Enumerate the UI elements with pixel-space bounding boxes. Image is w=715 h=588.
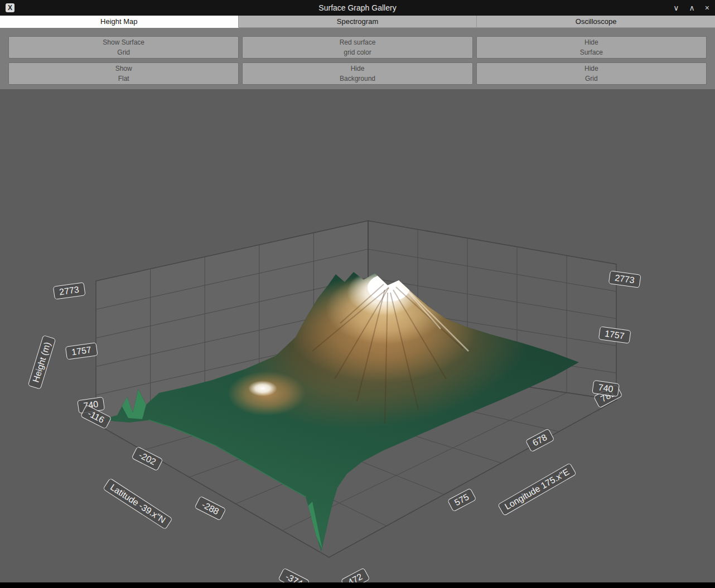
button-label: Hide [477, 64, 706, 74]
minimize-button[interactable]: ∨ [673, 0, 679, 16]
tab-height-map[interactable]: Height Map [0, 16, 239, 28]
tab-spectrogram[interactable]: Spectrogram [239, 16, 477, 28]
button-label: Grid [477, 74, 706, 84]
hide-background-button[interactable]: Hide Background [242, 62, 472, 85]
button-label: Flat [9, 74, 238, 84]
button-label: Show [9, 64, 238, 74]
window-bottom-edge [0, 582, 715, 588]
toolbar: Show Surface Grid Red surface grid color… [0, 28, 715, 89]
button-label: Show Surface [9, 37, 238, 47]
button-label: grid color [243, 47, 472, 57]
button-label: Red surface [243, 37, 472, 47]
secondary-peak-snow [248, 381, 277, 396]
toolbar-row-1: Show Surface Grid Red surface grid color… [8, 36, 707, 59]
button-label: Hide [477, 37, 706, 47]
window-title: Surface Graph Gallery [0, 3, 715, 12]
show-surface-grid-button[interactable]: Show Surface Grid [8, 36, 239, 59]
button-label: Grid [9, 47, 238, 57]
close-button[interactable]: × [705, 0, 709, 16]
button-label: Hide [243, 64, 472, 74]
maximize-button[interactable]: ∧ [689, 0, 695, 16]
surface-grid-color-button[interactable]: Red surface grid color [242, 36, 472, 59]
app-icon: X [6, 3, 15, 12]
surface-3d-view[interactable]: 781 740 1757 2773 740 1757 2773 Height (… [0, 89, 715, 582]
toolbar-row-2: Show Flat Hide Background Hide Grid [8, 62, 707, 85]
hide-grid-button[interactable]: Hide Grid [476, 62, 707, 85]
app-icon-glyph: X [8, 4, 12, 12]
tab-oscilloscope[interactable]: Oscilloscope [477, 16, 715, 28]
title-bar: X Surface Graph Gallery ∨ ∧ × [0, 0, 715, 16]
button-label: Surface [477, 47, 706, 57]
window-controls: ∨ ∧ × [673, 0, 709, 16]
show-flat-button[interactable]: Show Flat [8, 62, 239, 85]
tab-bar: Height Map Spectrogram Oscilloscope [0, 16, 715, 28]
hide-surface-button[interactable]: Hide Surface [476, 36, 707, 59]
button-label: Background [243, 74, 472, 84]
